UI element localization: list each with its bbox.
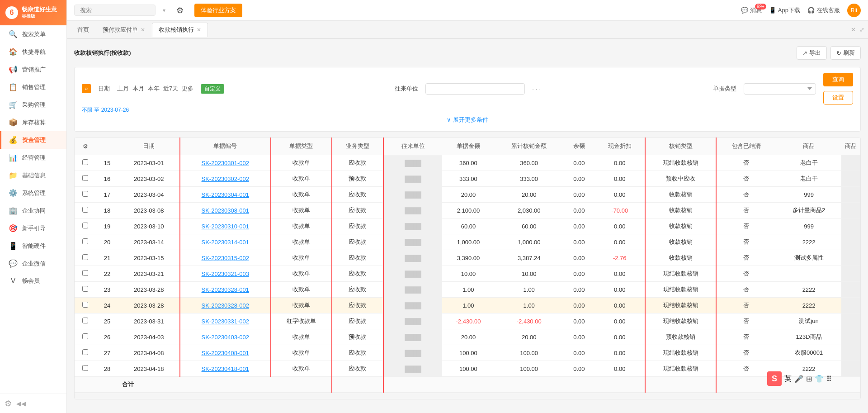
docno-link[interactable]: SK-20230302-002: [202, 176, 250, 182]
last-month-link[interactable]: 上月: [117, 85, 129, 93]
row-checkbox[interactable]: [75, 361, 96, 377]
sidebar-item-operation[interactable]: 📊经营管理: [0, 149, 66, 166]
row-checkbox[interactable]: [75, 203, 96, 218]
settings-gear-icon[interactable]: ⚙: [5, 399, 12, 408]
this-month-link[interactable]: 本月: [132, 85, 144, 93]
last-7-days-link[interactable]: 近7天: [163, 85, 178, 93]
row-accumcancel: 333.00: [495, 171, 564, 187]
row-balance: 0.00: [564, 266, 594, 282]
doc-type-select[interactable]: [744, 83, 816, 95]
row-checkbox[interactable]: [75, 282, 96, 298]
this-year-link[interactable]: 本年: [148, 85, 160, 93]
docno-link[interactable]: SK-20230304-001: [202, 191, 250, 198]
online-service-btn[interactable]: 🎧 在线客服: [807, 6, 840, 14]
row-checkbox[interactable]: [75, 313, 96, 329]
row-checkbox[interactable]: [75, 218, 96, 234]
tab-maximize-icon[interactable]: ⤢: [859, 26, 864, 33]
topbar: ▾ ⚙ 体验行业方案 💬 消息 99+ 📱 App下载 🎧 在线客服 Rit: [67, 0, 868, 21]
docno-link[interactable]: SK-20230328-001: [202, 286, 250, 293]
messages-btn[interactable]: 💬 消息 99+: [741, 6, 762, 14]
row-checkbox[interactable]: [75, 187, 96, 203]
row-docno[interactable]: SK-20230301-002: [180, 155, 271, 171]
docno-link[interactable]: SK-20230310-001: [202, 223, 250, 230]
row-checkbox[interactable]: [75, 250, 96, 266]
sidebar-item-inventory[interactable]: 📦库存核算: [0, 114, 66, 131]
docno-link[interactable]: SK-20230314-001: [202, 239, 250, 246]
row-checkbox[interactable]: [75, 298, 96, 313]
more-date-link[interactable]: 更多: [182, 85, 193, 93]
row-docno[interactable]: SK-20230418-001: [180, 361, 271, 377]
row-docno[interactable]: SK-20230328-002: [180, 298, 271, 313]
docno-link[interactable]: SK-20230331-002: [202, 318, 250, 325]
solution-btn[interactable]: 体验行业方案: [194, 4, 242, 17]
sidebar-item-hardware[interactable]: 📱智能硬件: [0, 237, 66, 255]
sidebar-item-base[interactable]: 📁基础信息: [0, 166, 66, 184]
table-footer-row: 合计: [75, 377, 860, 393]
app-download-btn[interactable]: 📱 App下载: [769, 6, 800, 14]
sidebar-item-wechat[interactable]: 💬企业微信: [0, 255, 66, 272]
row-checkbox[interactable]: [75, 266, 96, 282]
sidebar-item-search[interactable]: 🔍搜索菜单: [0, 25, 66, 43]
setting-btn[interactable]: 设置: [823, 91, 853, 104]
row-checkbox[interactable]: [75, 234, 96, 250]
sidebar-item-purchase[interactable]: 🛒采购管理: [0, 96, 66, 114]
row-docno[interactable]: SK-20230328-001: [180, 282, 271, 298]
topbar-search-input[interactable]: [74, 5, 156, 16]
table-bottom-scrollbar[interactable]: [75, 393, 860, 399]
sidebar-item-guide[interactable]: 🎯新手引导: [0, 219, 66, 237]
row-docno[interactable]: SK-20230314-001: [180, 234, 271, 250]
sidebar-collapse-icon[interactable]: ◀◀: [16, 400, 26, 407]
topbar-gear-icon[interactable]: ⚙: [176, 5, 184, 15]
row-accumcancel: 360.00: [495, 155, 564, 171]
tab-home[interactable]: 首页: [71, 23, 96, 37]
sidebar-logo: 6 畅康道好生意 标推版: [0, 0, 66, 25]
docno-link[interactable]: SK-20230308-001: [202, 207, 250, 214]
row-docno[interactable]: SK-20230408-001: [180, 345, 271, 361]
row-docno[interactable]: SK-20230310-001: [180, 218, 271, 234]
row-checkbox[interactable]: [75, 329, 96, 345]
user-avatar[interactable]: Rit: [847, 4, 861, 17]
row-docno[interactable]: SK-20230308-001: [180, 203, 271, 218]
row-docno[interactable]: SK-20230304-001: [180, 187, 271, 203]
row-docno[interactable]: SK-20230331-002: [180, 313, 271, 329]
row-checkbox[interactable]: [75, 155, 96, 171]
table-scroll-area[interactable]: ⚙ 日期 单据编号 单据类型 业务类型 往来单位 单据金额 累计核销金额 余额 …: [75, 138, 860, 393]
tab-receipt[interactable]: 收款核销执行 ✕: [152, 23, 208, 37]
refresh-btn[interactable]: ↻ 刷新: [830, 46, 861, 60]
row-doctype: 收款单: [271, 218, 332, 234]
row-docno[interactable]: SK-20230321-003: [180, 266, 271, 282]
row-checkbox[interactable]: [75, 171, 96, 187]
docno-link[interactable]: SK-20230418-001: [202, 366, 250, 372]
row-docno[interactable]: SK-20230403-002: [180, 329, 271, 345]
topbar-dropdown-icon[interactable]: ▾: [163, 7, 165, 14]
tab-prepay[interactable]: 预付款应付单 ✕: [96, 23, 152, 37]
close-receipt-tab[interactable]: ✕: [197, 27, 201, 33]
sidebar-item-quicknav[interactable]: 🏠快捷导航: [0, 43, 66, 61]
sidebar-item-marketing[interactable]: 📢营销推广: [0, 61, 66, 78]
row-docno[interactable]: SK-20230302-002: [180, 171, 271, 187]
row-checkbox[interactable]: [75, 345, 96, 361]
export-btn[interactable]: ↗ 导出: [797, 46, 827, 60]
row-docno[interactable]: SK-20230315-002: [180, 250, 271, 266]
col-gear-header[interactable]: ⚙: [75, 138, 96, 155]
docno-link[interactable]: SK-20230321-003: [202, 271, 250, 277]
partner-input[interactable]: [425, 83, 525, 95]
docno-link[interactable]: SK-20230301-002: [202, 160, 250, 166]
member-label: 畅会员: [22, 277, 40, 285]
sidebar-item-member[interactable]: V畅会员: [0, 272, 66, 290]
sidebar-item-sales[interactable]: 📋销售管理: [0, 78, 66, 96]
expand-conditions-row[interactable]: ∨ 展开更多条件: [82, 114, 853, 126]
docno-link[interactable]: SK-20230408-001: [202, 350, 250, 356]
docno-link[interactable]: SK-20230403-002: [202, 334, 250, 341]
tab-close-all-icon[interactable]: ✕: [851, 26, 856, 33]
expand-filter-btn[interactable]: »: [82, 84, 91, 93]
close-prepay-tab[interactable]: ✕: [141, 27, 145, 33]
docno-link[interactable]: SK-20230328-002: [202, 302, 250, 309]
export-icon: ↗: [802, 50, 807, 57]
query-btn[interactable]: 查询: [823, 73, 853, 86]
sidebar-item-enterprise[interactable]: 🏢企业协同: [0, 202, 66, 219]
sidebar-item-finance[interactable]: 💰资金管理: [0, 131, 66, 149]
docno-link[interactable]: SK-20230315-002: [202, 255, 250, 261]
custom-date-btn[interactable]: 自定义: [201, 84, 224, 94]
sidebar-item-system[interactable]: ⚙️系统管理: [0, 184, 66, 202]
